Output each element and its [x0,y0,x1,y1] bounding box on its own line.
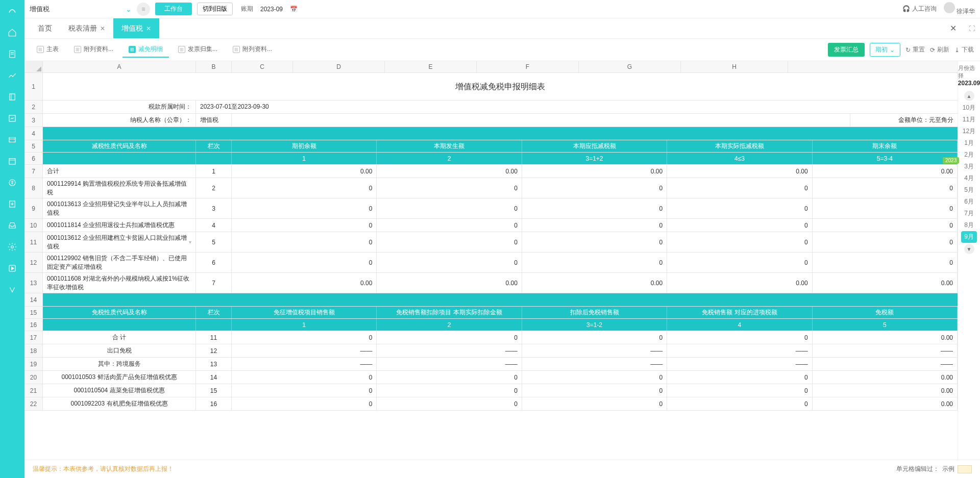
value-cell[interactable]: 0 [522,232,667,252]
month-option[interactable]: 8月 [959,219,979,231]
month-option[interactable]: 10月 [959,102,979,114]
value-cell[interactable]: 0 [377,384,522,397]
value-cell[interactable]: 0 [667,331,812,344]
company-select[interactable]: 增值税 ⌄ [30,5,132,14]
value-cell[interactable]: 0 [522,219,667,232]
value-cell[interactable]: —— [232,344,377,357]
period-value[interactable]: 2023-09 [260,6,283,13]
nav-settings-icon[interactable] [6,241,18,253]
value-cell[interactable]: 0 [667,178,812,198]
chevron-down-icon[interactable]: ▾ [189,239,191,245]
tab2-attach2[interactable]: ⊞附列资料... [227,42,278,58]
tab2-main[interactable]: ⊞主表 [31,42,65,58]
exempt-name-cell[interactable]: 0001010504 蔬菜免征增值税优惠 [43,384,196,397]
value-cell[interactable]: 0 [667,371,812,384]
nav-chart-icon[interactable] [6,69,18,82]
value-cell[interactable]: 0.00 [232,165,377,178]
value-cell[interactable]: 0.00 [813,165,958,178]
exempt-name-cell[interactable]: 出口免税 [43,344,196,357]
nav-book-icon[interactable] [6,91,18,103]
value-cell[interactable]: 0 [377,371,522,384]
value-cell[interactable]: —— [377,358,522,370]
reduction-name-cell[interactable]: 0001013613 企业招用登记失业半年以上人员扣减增值税 [43,198,196,218]
value-cell[interactable]: 0.00 [667,273,812,293]
reduction-name-cell[interactable]: 0001129902 销售旧货（不含二手车经销）、已使用固定资产减征增值税 [43,253,196,272]
invoice-summary-button[interactable]: 发票汇总 [828,43,865,57]
value-cell[interactable]: 0 [232,384,377,397]
col-header[interactable]: C [232,61,293,72]
value-cell[interactable]: 0.00 [522,165,667,178]
value-cell[interactable]: 0.00 [377,273,522,293]
nav-report-icon[interactable] [6,112,18,124]
expand-icon[interactable]: ⛶ [964,18,980,38]
month-option[interactable]: 9月 [961,231,977,243]
calendar-icon[interactable]: 📅 [290,6,298,13]
col-header[interactable]: D [293,61,385,72]
select-all-corner[interactable] [24,61,43,72]
value-cell[interactable]: 0 [522,331,667,344]
month-option[interactable]: 6月 [959,196,979,208]
tab2-reduction-detail[interactable]: ⊞减免明细 [122,42,169,58]
value-cell[interactable]: 0 [377,331,522,344]
reduction-name-cell[interactable]: 0001129914 购置增值税税控系统专用设备抵减增值税 [43,178,196,198]
nav-doc-icon[interactable] [6,48,18,60]
col-header[interactable]: E [385,61,477,72]
close-icon[interactable]: ✕ [100,25,105,32]
month-option[interactable]: 5月 [959,184,979,196]
value-cell[interactable]: 0 [813,178,958,198]
value-cell[interactable]: 0.00 [522,273,667,293]
value-cell[interactable]: 0 [232,198,377,218]
tab2-attach1[interactable]: ⊞附列资料... [68,42,119,58]
value-cell[interactable]: 0 [813,198,958,218]
value-cell[interactable]: 0 [522,397,667,410]
value-cell[interactable]: 0 [522,371,667,384]
value-cell[interactable]: 0 [667,397,812,410]
col-header[interactable]: F [477,61,579,72]
nav-v-icon[interactable] [6,284,18,296]
value-cell[interactable]: 0 [377,178,522,198]
value-cell[interactable]: 0.00 [813,331,958,344]
value-cell[interactable]: 0 [232,232,377,252]
month-option[interactable]: 12月 [959,125,979,137]
value-cell[interactable]: 0 [377,232,522,252]
close-all-tabs[interactable]: ✕ [943,18,964,38]
value-cell[interactable]: 0 [813,232,958,252]
value-cell[interactable]: 0.00 [232,273,377,293]
value-cell[interactable]: 0 [522,198,667,218]
value-cell[interactable]: 0 [232,219,377,232]
logo-icon[interactable] [5,3,19,17]
month-option[interactable]: 4月 [959,172,979,184]
value-cell[interactable]: 0.00 [813,397,958,410]
col-header[interactable]: H [681,61,788,72]
exempt-name-cell[interactable]: 合 计 [43,331,196,344]
value-cell[interactable]: 0 [232,178,377,198]
nav-inbox-icon[interactable] [6,219,18,232]
consult-link[interactable]: 🎧 人工咨询 [902,5,936,13]
nav-export-icon[interactable] [6,198,18,210]
value-cell[interactable]: 0 [667,253,812,272]
tab-home[interactable]: 首页 [30,18,60,38]
month-option[interactable]: 11月 [959,114,979,125]
value-cell[interactable]: 0 [522,253,667,272]
switch-old-button[interactable]: 切到旧版 [197,3,233,15]
reduction-name-cell[interactable]: 0001011608 对湖北省外的小规模纳税人减按1%征收率征收增值税 [43,273,196,293]
reduction-name-cell[interactable]: 0001011814 企业招用退役士兵扣减增值税优惠 [43,219,196,232]
close-icon[interactable]: ✕ [146,25,151,32]
workbench-button[interactable]: 工作台 [155,3,192,15]
value-cell[interactable]: 0 [667,384,812,397]
nav-tax-icon[interactable] [6,134,18,146]
col-header[interactable]: A [43,61,196,72]
value-cell[interactable]: 0 [522,178,667,198]
tab2-invoice[interactable]: ⊞发票归集... [172,42,224,58]
value-cell[interactable]: —— [522,344,667,357]
period-init-button[interactable]: 期初 ⌄ [870,43,900,57]
list-icon-button[interactable]: ≡ [137,3,150,16]
value-cell[interactable]: —— [813,344,958,357]
reduction-name-cell[interactable]: 合计 [43,165,196,178]
value-cell[interactable]: 0 [232,331,377,344]
refresh-button[interactable]: ⟳ 刷新 [930,45,949,54]
tab-tax-list[interactable]: 税表清册✕ [60,18,113,38]
download-button[interactable]: ⤓ 下载 [954,45,974,54]
value-cell[interactable]: 0 [232,397,377,410]
value-cell[interactable]: 0 [377,198,522,218]
